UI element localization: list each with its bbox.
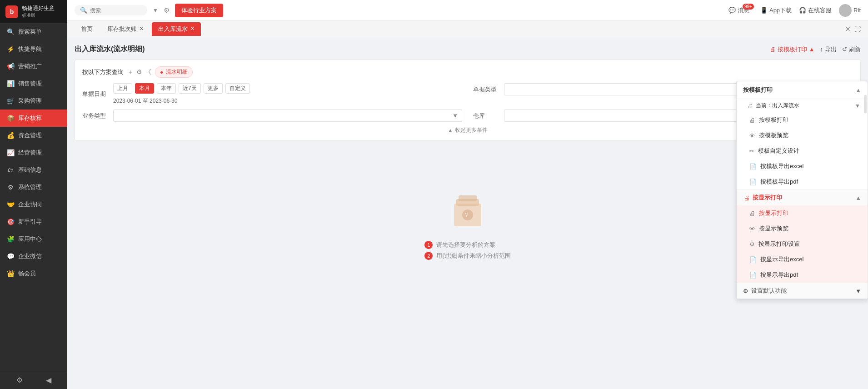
display-print-header-icon: 🖨 bbox=[744, 194, 750, 201]
sidebar-item-search[interactable]: 🔍 搜索菜单 bbox=[0, 23, 67, 40]
inventory-icon: 📦 bbox=[6, 115, 15, 122]
sidebar: b 畅捷通好生意 标准版 🔍 搜索菜单 ⚡ 快捷导航 📢 营销推广 📊 销售管理… bbox=[0, 0, 67, 389]
tab-home[interactable]: 首页 bbox=[75, 22, 99, 36]
empty-hints: 1 请先选择要分析的方案 2 用[过滤]条件来缩小分析范围 bbox=[424, 241, 510, 260]
svg-rect-2 bbox=[459, 195, 477, 201]
operation-icon: 📈 bbox=[6, 149, 15, 156]
chevron-up-icon: ▲ bbox=[809, 46, 815, 53]
basic-icon: 🗂 bbox=[6, 166, 15, 174]
marketing-icon: 📢 bbox=[6, 63, 15, 70]
dropdown-item-template-preview[interactable]: 👁 按模板预览 bbox=[742, 128, 868, 143]
message-badge: 99+ bbox=[743, 4, 754, 10]
template-print-items: 🖨 按模板打印 👁 按模板预览 ✏ 模板自定义设计 📄 按模板导出excel 📄 bbox=[737, 112, 868, 190]
date-btn-this-year[interactable]: 本年 bbox=[157, 83, 176, 94]
dropdown-item-template-pdf[interactable]: 📄 按模板导出pdf bbox=[742, 174, 868, 190]
sidebar-item-coop[interactable]: 🤝 企业协同 bbox=[0, 196, 67, 213]
printer-icon: 🖨 bbox=[770, 46, 776, 53]
dropdown-item-display-settings[interactable]: ⚙ 按显示打印设置 bbox=[742, 236, 868, 252]
dropdown-scrollbar[interactable] bbox=[864, 95, 867, 113]
date-btn-last-month[interactable]: 上月 bbox=[113, 83, 132, 94]
collapse-sidebar-icon[interactable]: ◀ bbox=[46, 376, 51, 384]
tab-batch[interactable]: 库存批次账 ✕ bbox=[101, 22, 150, 36]
date-btn-this-month[interactable]: 本月 bbox=[135, 83, 154, 94]
dropdown-chevron-up-icon[interactable]: ▲ bbox=[855, 87, 861, 94]
filter-add-icon[interactable]: ＋ bbox=[127, 68, 134, 76]
message-icon: 💬 bbox=[728, 7, 736, 14]
date-btn-7days[interactable]: 近7天 bbox=[179, 83, 201, 94]
title-actions: 🖨 按模板打印 ▲ ↑ 导出 ↺ 刷新 bbox=[770, 45, 861, 54]
sidebar-item-sales[interactable]: 📊 销售管理 bbox=[0, 75, 67, 92]
business-type-select[interactable]: ▼ bbox=[113, 110, 462, 122]
dropdown-item-display-excel[interactable]: 📄 按显示导出excel bbox=[742, 252, 868, 267]
user-avatar-area[interactable]: Rit bbox=[839, 4, 861, 17]
display-print-items: 🖨 按显示打印 👁 按显示预览 ⚙ 按显示打印设置 📄 按显示导出excel 📄 bbox=[737, 205, 868, 283]
pdf-item-icon: 📄 bbox=[749, 179, 757, 185]
business-type-label: 业务类型 bbox=[82, 112, 110, 120]
tab-close-all-icon[interactable]: ✕ bbox=[845, 25, 851, 33]
sidebar-item-shortcut[interactable]: ⚡ 快捷导航 bbox=[0, 40, 67, 58]
display-section-chevron-up-icon[interactable]: ▲ bbox=[855, 194, 861, 201]
tab-expand-icon[interactable]: ⛶ bbox=[854, 25, 861, 33]
filter-business-type-field: 业务类型 ▼ bbox=[82, 110, 462, 122]
filter-label: 按以下方案查询 bbox=[82, 68, 124, 76]
dropdown-current-item: 🖨 当前：出入库流水 ▼ bbox=[737, 99, 868, 112]
date-options: 上月 本月 本年 近7天 更多 自定义 bbox=[113, 83, 250, 94]
topbar-gear-icon[interactable]: ⚙ bbox=[164, 6, 170, 15]
dropdown-footer[interactable]: ⚙ 设置默认功能 ▼ bbox=[737, 283, 868, 299]
topbar-chevron-icon[interactable]: ▼ bbox=[153, 7, 158, 14]
dropdown-item-template-custom[interactable]: ✏ 模板自定义设计 bbox=[742, 143, 868, 159]
dropdown-header-right: ▲ bbox=[855, 87, 861, 94]
dropdown-item-template-excel[interactable]: 📄 按模板导出excel bbox=[742, 159, 868, 174]
date-btn-custom[interactable]: 自定义 bbox=[225, 83, 250, 94]
sidebar-item-system[interactable]: ⚙ 系统管理 bbox=[0, 179, 67, 196]
display-print-section-header[interactable]: 🖨 按显示打印 ▲ bbox=[737, 190, 868, 205]
sidebar-bottom: ⚙ ◀ bbox=[0, 371, 67, 389]
display-preview-icon: 👁 bbox=[749, 225, 755, 232]
date-btn-more[interactable]: 更多 bbox=[204, 83, 223, 94]
business-type-dropdown-icon: ▼ bbox=[452, 112, 458, 119]
page-title-bar: 出入库流水(流水明细) 🖨 按模板打印 ▲ ↑ 导出 ↺ 刷新 bbox=[75, 45, 861, 54]
display-pdf-icon: 📄 bbox=[749, 272, 757, 279]
preview-item-icon: 👁 bbox=[749, 132, 755, 139]
dropdown-item-template-print[interactable]: 🖨 按模板打印 bbox=[742, 112, 868, 128]
topbar-search-box[interactable]: 🔍 bbox=[75, 5, 147, 15]
sidebar-item-basic[interactable]: 🗂 基础信息 bbox=[0, 161, 67, 179]
message-button[interactable]: 💬 消息 99+ bbox=[728, 6, 749, 15]
tab-flow[interactable]: 出入库流水 ✕ bbox=[152, 22, 201, 36]
filter-collapse-icon[interactable]: 《 bbox=[145, 68, 151, 76]
headset-icon: 🎧 bbox=[799, 7, 806, 14]
settings-bottom-icon[interactable]: ⚙ bbox=[16, 376, 23, 384]
sidebar-item-apps[interactable]: 🧩 应用中心 bbox=[0, 230, 67, 248]
sidebar-item-marketing[interactable]: 📢 营销推广 bbox=[0, 58, 67, 75]
sidebar-item-wechat[interactable]: 💬 企业微信 bbox=[0, 248, 67, 265]
industry-solution-button[interactable]: 体验行业方案 bbox=[175, 4, 223, 17]
dropdown-item-display-preview[interactable]: 👁 按显示预览 bbox=[742, 221, 868, 236]
display-settings-icon: ⚙ bbox=[749, 241, 755, 248]
tab-batch-close-icon[interactable]: ✕ bbox=[140, 26, 144, 32]
refresh-button[interactable]: ↺ 刷新 bbox=[842, 45, 861, 54]
current-icon: 🖨 bbox=[748, 103, 753, 109]
sidebar-item-member[interactable]: 👑 畅会员 bbox=[0, 265, 67, 282]
sidebar-item-finance[interactable]: 💰 资金管理 bbox=[0, 127, 67, 144]
sidebar-item-purchase[interactable]: 🛒 采购管理 bbox=[0, 92, 67, 110]
dropdown-item-display-pdf[interactable]: 📄 按显示导出pdf bbox=[742, 267, 868, 283]
phone-icon: 📱 bbox=[760, 7, 768, 14]
filter-active-tag[interactable]: ● 流水明细 bbox=[155, 66, 193, 78]
topbar-search-input[interactable] bbox=[90, 7, 135, 14]
bill-type-label: 单据类型 bbox=[473, 85, 500, 94]
filter-settings-icon[interactable]: ⚙ bbox=[136, 68, 142, 76]
tab-flow-close-icon[interactable]: ✕ bbox=[190, 26, 195, 32]
empty-state-icon: ? bbox=[445, 190, 490, 235]
wechat-icon: 💬 bbox=[6, 253, 15, 260]
sidebar-item-inventory[interactable]: 📦 库存核算 bbox=[0, 110, 67, 127]
customer-service-button[interactable]: 🎧 在线客服 bbox=[799, 6, 832, 15]
tabbar: 首页 库存批次账 ✕ 出入库流水 ✕ ✕ ⛶ bbox=[67, 21, 868, 37]
shortcut-icon: ⚡ bbox=[6, 45, 15, 53]
sidebar-item-operation[interactable]: 📈 经营管理 bbox=[0, 144, 67, 161]
dropdown-item-display-print[interactable]: 🖨 按显示打印 bbox=[742, 205, 868, 221]
app-download-button[interactable]: 📱 App下载 bbox=[760, 6, 792, 15]
print-template-button[interactable]: 🖨 按模板打印 ▲ bbox=[770, 45, 815, 54]
export-button[interactable]: ↑ 导出 bbox=[820, 45, 837, 54]
print-dropdown-panel: 按模板打印 ▲ 🖨 当前：出入库流水 ▼ 🖨 按模板打印 👁 按模板 bbox=[736, 81, 868, 299]
sidebar-item-guide[interactable]: 🎯 新手引导 bbox=[0, 213, 67, 230]
